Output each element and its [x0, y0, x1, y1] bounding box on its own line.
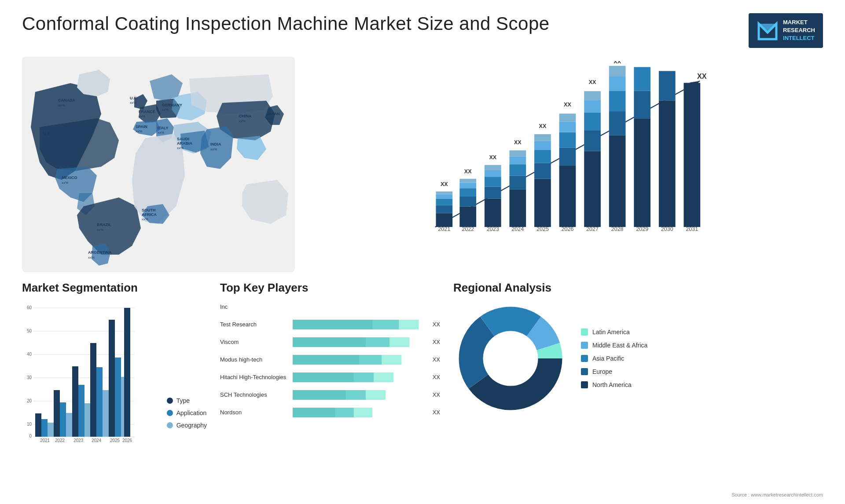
svg-text:2029: 2029	[636, 226, 648, 232]
svg-text:XX: XX	[614, 61, 621, 64]
svg-rect-97	[659, 100, 676, 226]
svg-rect-52	[485, 186, 501, 198]
legend-dot-application	[167, 410, 173, 416]
player-bar-wrap	[293, 407, 426, 418]
svg-rect-62	[509, 150, 526, 156]
svg-text:30: 30	[27, 375, 32, 380]
reg-legend-latin-america: Latin America	[581, 329, 647, 336]
svg-rect-119	[48, 423, 54, 437]
svg-rect-41	[436, 191, 452, 194]
legend-label-application: Application	[176, 409, 207, 416]
legend-geography: Geography	[167, 422, 207, 429]
player-bar-svg	[293, 389, 426, 401]
svg-text:xx%: xx%	[136, 129, 142, 133]
svg-text:xx%: xx%	[62, 181, 68, 185]
svg-text:xx%: xx%	[239, 119, 246, 123]
svg-text:JAPAN: JAPAN	[267, 112, 280, 116]
svg-text:XX: XX	[697, 72, 707, 80]
svg-rect-87	[609, 111, 626, 135]
reg-label-europe: Europe	[592, 368, 612, 375]
svg-rect-147	[293, 355, 401, 365]
player-bar-wrap	[293, 389, 426, 401]
top-section: CANADA xx% U.S. xx% MEXICO xx% BRAZIL xx…	[22, 57, 823, 272]
svg-text:MEXICO: MEXICO	[62, 175, 77, 180]
player-row: Inc	[220, 301, 440, 313]
svg-text:2026: 2026	[122, 438, 132, 442]
player-bar-wrap	[293, 354, 426, 365]
svg-text:XX: XX	[564, 102, 571, 108]
svg-rect-86	[609, 135, 626, 226]
player-value: XX	[433, 391, 440, 398]
svg-rect-74	[559, 132, 576, 147]
svg-rect-125	[72, 366, 78, 437]
svg-text:2022: 2022	[55, 438, 65, 442]
svg-text:2028: 2028	[611, 226, 624, 232]
svg-rect-126	[78, 385, 84, 437]
header: Conformal Coating Inspection Machine Mar…	[22, 13, 823, 48]
svg-rect-123	[66, 413, 72, 437]
player-bar-wrap	[293, 319, 426, 330]
svg-rect-98	[659, 71, 676, 100]
svg-text:AFRICA: AFRICA	[142, 212, 157, 217]
reg-color-latin-america	[581, 329, 588, 336]
svg-rect-130	[96, 367, 103, 437]
svg-rect-44	[459, 206, 476, 227]
svg-text:xx%: xx%	[210, 147, 217, 151]
reg-label-asia-pacific: Asia Pacific	[592, 355, 624, 362]
legend-label-geography: Geography	[176, 422, 207, 429]
svg-text:2024: 2024	[511, 226, 524, 232]
svg-text:xx%: xx%	[162, 108, 169, 112]
players-section: Top Key Players Inc Test Research	[220, 281, 440, 466]
player-bar-svg	[293, 372, 426, 383]
player-bar-wrap	[293, 301, 433, 313]
player-value: XX	[433, 409, 440, 416]
svg-text:GERMANY: GERMANY	[162, 103, 182, 107]
svg-text:SOUTH: SOUTH	[142, 208, 156, 212]
bottom-section: Market Segmentation 60 50 40 30 20 10 0	[22, 281, 823, 466]
svg-rect-118	[41, 419, 48, 437]
svg-text:2021: 2021	[438, 226, 450, 232]
player-row: Viscom XX	[220, 336, 440, 348]
svg-rect-73	[559, 147, 576, 165]
player-bar-svg	[293, 407, 426, 418]
svg-rect-129	[90, 343, 96, 437]
legend-dot-type	[167, 398, 173, 404]
svg-rect-79	[584, 151, 601, 226]
svg-text:U.K.: U.K.	[130, 96, 138, 100]
svg-rect-121	[54, 390, 60, 437]
player-bar-wrap	[293, 372, 426, 383]
svg-rect-133	[109, 320, 115, 437]
svg-text:xx%: xx%	[88, 256, 95, 259]
svg-text:xx%: xx%	[97, 228, 103, 232]
player-bar-svg	[293, 319, 426, 330]
reg-legend-north-america: North America	[581, 381, 647, 388]
svg-text:XX: XX	[489, 154, 496, 160]
svg-rect-156	[293, 408, 372, 417]
svg-rect-95	[634, 67, 650, 91]
svg-text:xx%: xx%	[158, 131, 164, 135]
svg-rect-68	[534, 141, 551, 150]
svg-text:xx%: xx%	[142, 217, 148, 221]
svg-text:2022: 2022	[462, 226, 474, 232]
svg-rect-38	[436, 205, 452, 213]
player-value: XX	[433, 374, 440, 380]
player-bar-svg	[293, 336, 426, 348]
svg-rect-54	[485, 170, 501, 176]
segmentation-section: Market Segmentation 60 50 40 30 20 10 0	[22, 281, 207, 466]
svg-rect-45	[459, 197, 476, 206]
player-name: Inc	[220, 303, 288, 310]
svg-text:SPAIN: SPAIN	[136, 124, 147, 129]
regional-inner: Latin America Middle East & Africa Asia …	[453, 301, 823, 416]
svg-rect-39	[436, 198, 452, 205]
svg-rect-82	[584, 100, 601, 112]
reg-label-latin-america: Latin America	[592, 329, 630, 336]
svg-text:2024: 2024	[92, 438, 102, 442]
svg-rect-122	[60, 402, 66, 437]
logo-text: MARKET RESEARCH INTELLECT	[783, 18, 815, 43]
bar-chart: XX 2021 XX 2022 XX 2023	[308, 57, 823, 272]
svg-text:U.S.: U.S.	[43, 131, 51, 136]
svg-text:XX: XX	[441, 181, 448, 187]
player-name: Hitachi High-Technologies	[220, 374, 288, 380]
svg-rect-58	[509, 189, 526, 226]
svg-text:40: 40	[27, 352, 32, 357]
